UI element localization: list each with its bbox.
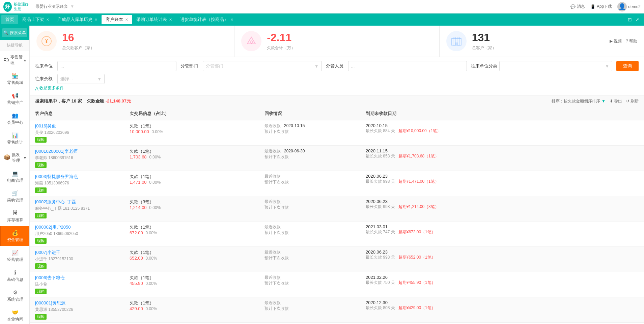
customer-info-cell: [000002]用户2050 用户2050 18665062050 现购 xyxy=(30,222,124,247)
sort-icon: ▼ xyxy=(601,99,606,104)
customer-info-cell: [0007]小进千 小进千 18279152100 现购 xyxy=(30,247,124,272)
overdue-amount-link[interactable]: 超期¥672.00（1笔） xyxy=(398,230,436,234)
help-btn[interactable]: ? 帮助 xyxy=(626,38,637,44)
collection-cell: 最近收款 2020-10-15 预计下次收款 xyxy=(259,120,360,146)
refresh-btn[interactable]: ↺ 刷新 xyxy=(626,98,639,104)
owed-amount-icon: ◇ xyxy=(241,31,261,51)
owed-amount: 429.00 xyxy=(130,306,143,311)
customer-name-link[interactable]: [0003]畅捷服务尹海燕 xyxy=(35,174,119,180)
message-btn[interactable]: 💬 消息 xyxy=(570,4,585,9)
batch-mgmt-icon: 📦 xyxy=(4,154,10,160)
tab-products[interactable]: 商品上下架 ✕ xyxy=(18,15,53,24)
manager-input[interactable]: ... xyxy=(348,61,467,71)
source-unit-input[interactable]: ... xyxy=(57,61,176,71)
tab-customer-account[interactable]: 客户账本 ✕ xyxy=(102,15,132,24)
sidebar-item-ecommerce[interactable]: 💻 电商管理 xyxy=(0,167,29,187)
sort-control[interactable]: 排序：按欠款金额倒序排序 ▼ xyxy=(552,98,606,104)
overdue-amount-link[interactable]: 超期¥652.00（1笔） xyxy=(398,255,436,260)
marketing-icon: 📢 xyxy=(12,92,19,99)
app-download-btn[interactable]: 📱 App下载 xyxy=(590,4,612,9)
video-btn[interactable]: ▶ 视频 xyxy=(610,38,622,44)
filter-area: 往来单位 ... 分管部门 分管部门 ▼ 分管人员 xyxy=(30,57,644,95)
overdue-amount-link[interactable]: 超期¥1,214.00（3笔） xyxy=(398,204,439,209)
stat-card-actions: ▶ 视频 ? 帮助 xyxy=(610,38,637,44)
owed-info-cell: 欠款（1笔） 672.00 0.00% xyxy=(124,222,259,247)
query-button[interactable]: 查询 xyxy=(616,61,639,71)
last-collection: 最近收款 xyxy=(264,174,355,179)
tab-home[interactable]: 首页 xyxy=(1,15,18,24)
tab-close-products[interactable]: ✕ xyxy=(46,18,49,22)
sidebar-item-ops-mgmt[interactable]: 📈 经营管理 xyxy=(0,246,29,266)
overdue-amount-link[interactable]: 超期¥429.00（1笔） xyxy=(398,305,436,310)
owed-pct: 0.00% xyxy=(149,155,161,159)
sidebar-item-retail-stats[interactable]: 📊 零售统计 xyxy=(0,129,29,149)
customer-contact: 服务中心_丁磊 181 0125 8371 xyxy=(35,206,119,211)
sidebar-item-purchase-mgmt[interactable]: 🛒 采购管理 xyxy=(0,187,29,207)
collection-cell: 最近收款 预计下次收款 xyxy=(259,297,360,323)
sidebar-search: 🔍 搜索菜单 xyxy=(0,26,29,40)
customer-name-link[interactable]: [00010200001]李老师 xyxy=(35,148,119,154)
sidebar-item-retail-store[interactable]: 🏪 零售商城 xyxy=(0,69,29,89)
collection-cell: 最近收款 预计下次收款 xyxy=(259,222,360,247)
sidebar-item-basic-info[interactable]: ℹ 基础信息 xyxy=(0,266,29,286)
owed-pct: 0.00% xyxy=(151,129,163,134)
customer-name-link[interactable]: [000002]用户2050 xyxy=(35,224,119,230)
sidebar-item-marketing[interactable]: 📢 营销推广 xyxy=(0,89,29,109)
tab-close-purchase-orders[interactable]: ✕ xyxy=(169,18,172,22)
customer-name-link[interactable]: [000001]黄思源 xyxy=(35,300,119,306)
total-customers-icon xyxy=(446,31,467,51)
balance-select[interactable]: 选择... ▼ xyxy=(57,74,105,84)
customer-name-link[interactable]: [0007]小进千 xyxy=(35,249,119,256)
collapse-btn[interactable]: ⋀ 收起更多条件 xyxy=(35,85,639,91)
overdue-info: 最长欠款 750 天 超期¥455.90（1笔） xyxy=(366,280,639,286)
tab-production[interactable]: 产成品入库单历史 ✕ xyxy=(53,15,102,24)
sidebar-item-batch-mgmt[interactable]: 📦 批发管理 ▼ xyxy=(0,149,29,167)
tab-close-purchase-stats[interactable]: ✕ xyxy=(230,18,233,22)
collection-cell: 最近收款 2020-06-30 预计下次收款 xyxy=(259,146,360,171)
customer-name-link[interactable]: [0016]吴俊 xyxy=(35,123,119,129)
tab-purchase-stats[interactable]: 进货单统计表（按商品） ✕ xyxy=(176,15,237,24)
export-btn[interactable]: ⬇ 导出 xyxy=(610,98,622,104)
help-icon: ? xyxy=(626,39,628,43)
overdue-amount-link[interactable]: 超期¥455.90（1笔） xyxy=(398,280,436,285)
category-select[interactable]: ▼ xyxy=(499,61,612,71)
retail-mgmt-icon: 🛍 xyxy=(4,57,9,63)
user-profile[interactable]: 👤 demo2 xyxy=(617,2,641,11)
purchase-icon: 🛒 xyxy=(12,190,19,197)
owed-amount: 1,703.68 xyxy=(130,154,147,159)
manager-label: 分管人员 xyxy=(326,63,346,69)
overdue-info: 最长欠款 998 天 超期¥652.00（1笔） xyxy=(366,255,639,260)
sidebar-item-finance[interactable]: 💰 资金管理 xyxy=(0,226,29,246)
sidebar-item-retail-mgmt[interactable]: 🛍 零售管理 ▲ xyxy=(0,51,29,69)
dept-select[interactable]: 分管部门 ▼ xyxy=(203,61,322,71)
last-collection: 最近收款 xyxy=(264,300,355,306)
customer-name-link[interactable]: [0006]去下粮仓 xyxy=(35,275,119,281)
sidebar-item-inventory[interactable]: 🗄 库存核算 xyxy=(0,207,29,226)
customer-name-link[interactable]: [0002]服务中心_丁磊 xyxy=(35,199,119,205)
overdue-amount-link[interactable]: 超期¥10,000.00（1笔） xyxy=(398,128,441,133)
maximize-btn[interactable]: ⤢ xyxy=(635,17,640,22)
category-label: 往来单位分类 xyxy=(471,63,497,69)
next-collection: 预计下次收款 xyxy=(264,205,355,210)
overdue-amount-link[interactable]: 超期¥1,703.68（1笔） xyxy=(398,154,439,158)
stat-card-total-customers: 131 总客户（家） ▶ 视频 ? 帮助 xyxy=(440,26,644,57)
owed-amount: 1,471.00 xyxy=(130,180,147,185)
search-icon: 🔍 xyxy=(3,30,8,35)
restore-btn[interactable]: ⊡ xyxy=(627,17,633,22)
due-date: 2021.03.01 xyxy=(366,224,639,229)
finance-icon: 💰 xyxy=(12,230,19,236)
owed-count: 欠款（1笔） xyxy=(130,123,254,129)
owed-amount: 10,000.00 xyxy=(130,129,149,134)
sidebar-item-member-center[interactable]: 👥 会员中心 xyxy=(0,109,29,129)
overdue-amount-link[interactable]: 超期¥1,471.00（1笔） xyxy=(398,179,439,184)
avatar: 👤 xyxy=(617,2,627,11)
sidebar-item-sys-mgmt[interactable]: ⚙ 系统管理 xyxy=(0,286,29,306)
tab-close-production[interactable]: ✕ xyxy=(94,18,97,22)
tab-purchase-orders[interactable]: 采购订单统计表 ✕ xyxy=(132,15,176,24)
tab-close-customer-account[interactable]: ✕ xyxy=(125,18,128,22)
owed-info-cell: 欠款（1笔） 455.90 0.00% xyxy=(124,272,259,297)
sidebar-item-corp-collab[interactable]: 🤝 企业协同 xyxy=(0,306,29,324)
owed-count: 欠款（1笔） xyxy=(130,174,254,180)
customer-info-cell: [0003]畅捷服务尹海燕 海燕 18513066976 现购 xyxy=(30,171,124,196)
search-menu-btn[interactable]: 🔍 搜索菜单 xyxy=(2,28,27,37)
